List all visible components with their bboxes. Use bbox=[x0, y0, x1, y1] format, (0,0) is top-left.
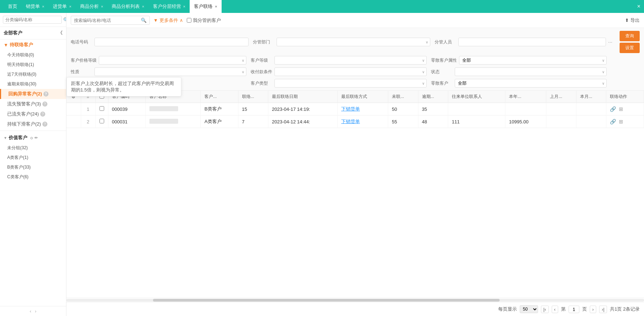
loss-warning-info-icon[interactable]: ? bbox=[42, 102, 47, 107]
main-search-icon[interactable]: 🔍 bbox=[141, 18, 147, 23]
sidebar-bottom: ‹ › bbox=[0, 306, 66, 316]
filter-payment-select[interactable] bbox=[274, 67, 426, 76]
sidebar-item-tomorrow-pending[interactable]: 明天待联络(1) bbox=[0, 60, 66, 70]
th-last-contact-date[interactable]: 最后联络日期 bbox=[268, 91, 337, 103]
sidebar-item-already-lost[interactable]: 已流失客户(24) ? bbox=[0, 109, 66, 119]
my-customers-checkbox[interactable] bbox=[187, 18, 191, 23]
th-customer-category[interactable]: 客户... bbox=[201, 91, 238, 103]
filter-customer-level-select[interactable] bbox=[274, 56, 426, 65]
th-last-month[interactable]: 上月... bbox=[546, 91, 576, 103]
td-name-2 bbox=[146, 115, 201, 128]
filter-price-level-select[interactable] bbox=[99, 56, 246, 65]
th-overdue[interactable]: 逾期... bbox=[418, 91, 448, 103]
page-number-input[interactable] bbox=[569, 306, 579, 313]
sidebar: 🔍 全部客户 《 ▼ 待联络客户 今天待联络(0) 明天待联络(1) 近7天待联… bbox=[0, 13, 66, 316]
sidebar-item-loss-warning[interactable]: 流失预警客户(3) ? bbox=[0, 99, 66, 109]
window-close-button[interactable]: × bbox=[637, 3, 640, 10]
settings-button[interactable]: 设置 bbox=[620, 43, 640, 53]
nav-product-analysis-list-close[interactable]: × bbox=[142, 4, 144, 9]
th-contacts[interactable]: 联络... bbox=[238, 91, 268, 103]
sidebar-item-overdue-contact[interactable]: 逾期未联络(30) bbox=[0, 79, 66, 89]
filter-status-select[interactable] bbox=[455, 67, 607, 76]
sidebar-search-icon[interactable]: 🔍 bbox=[63, 17, 66, 23]
td-this-year-2: 10995.00 bbox=[505, 115, 546, 128]
sidebar-item-class-a[interactable]: A类客户(1) bbox=[0, 153, 66, 162]
filter-department-select[interactable] bbox=[277, 38, 431, 46]
nav-customer-contact-close[interactable]: × bbox=[215, 4, 217, 9]
filter-phone-input[interactable] bbox=[94, 38, 249, 46]
continuous-decline-info-icon[interactable]: ? bbox=[42, 122, 47, 127]
row-1-checkbox[interactable] bbox=[99, 106, 104, 111]
nav-home[interactable]: 首页 bbox=[4, 0, 22, 13]
filter-payment: 收付款条件 ∨ bbox=[251, 67, 426, 76]
sidebar-item-ungrouped[interactable]: 未分组(32) bbox=[0, 143, 66, 153]
sidebar-divider bbox=[0, 131, 66, 131]
contact-method-link-2[interactable]: 下销货单 bbox=[341, 119, 360, 124]
already-lost-info-icon[interactable]: ? bbox=[40, 112, 45, 117]
nav-customer-contact[interactable]: 客户联络 × bbox=[190, 0, 221, 13]
nav-customer-tier[interactable]: 客户分层经营 × bbox=[149, 0, 190, 13]
action-link-icon-2[interactable]: 🔗 bbox=[610, 119, 616, 124]
value-customers-edit-icon[interactable]: ✏ bbox=[34, 136, 38, 140]
export-button[interactable]: ⬆ 导出 bbox=[625, 17, 640, 24]
sidebar-group-value-customers[interactable]: ▼ 价值客户 ○ ✏ bbox=[0, 132, 66, 143]
nav-purchase-order-close[interactable]: × bbox=[69, 4, 71, 9]
td-this-month-2 bbox=[576, 115, 606, 128]
filter-manager-dots[interactable]: ··· bbox=[608, 39, 612, 45]
contact-method-link-1[interactable]: 下销货单 bbox=[341, 106, 360, 112]
sidebar-item-today-pending[interactable]: 今天待联络(0) bbox=[0, 50, 66, 60]
filter-retail-customer-select[interactable]: 全部 bbox=[455, 79, 607, 88]
filter-manager-input[interactable] bbox=[458, 38, 606, 46]
row-2-checkbox[interactable] bbox=[99, 119, 104, 123]
main-search-input[interactable] bbox=[74, 18, 141, 23]
td-last-contact-method-1[interactable]: 下销货单 bbox=[338, 103, 388, 115]
sidebar-prev-icon[interactable]: ‹ bbox=[30, 308, 31, 314]
nav-sales-order-close[interactable]: × bbox=[42, 4, 44, 9]
page-size-select[interactable]: 50 20 100 bbox=[520, 305, 538, 313]
nav-product-analysis-close[interactable]: × bbox=[101, 4, 103, 9]
horizontal-scrollbar[interactable] bbox=[66, 298, 644, 302]
sidebar-next-icon[interactable]: › bbox=[35, 308, 36, 314]
td-code-2[interactable]: 000031 bbox=[108, 115, 146, 128]
th-not-contacted[interactable]: 未联... bbox=[388, 91, 418, 103]
sidebar-item-repurchase-abnormal[interactable]: 回购异常客户(2) ? bbox=[0, 89, 66, 99]
action-link-icon-1[interactable]: 🔗 bbox=[610, 106, 616, 112]
td-last-contact-method-2[interactable]: 下销货单 bbox=[338, 115, 388, 128]
nav-product-analysis-list[interactable]: 商品分析列表 × bbox=[107, 0, 148, 13]
nav-customer-tier-close[interactable]: × bbox=[183, 4, 185, 9]
query-button[interactable]: 查询 bbox=[620, 31, 640, 41]
filter-customer-type-select[interactable] bbox=[274, 79, 426, 88]
td-code-1[interactable]: 000039 bbox=[108, 103, 146, 115]
last-page-button[interactable]: ›| bbox=[599, 306, 607, 313]
nav-sales-order[interactable]: 销货单 × bbox=[22, 0, 48, 13]
action-grid-icon-2[interactable]: ⊞ bbox=[619, 119, 623, 124]
my-customers-filter[interactable]: 我分管的客户 bbox=[187, 17, 221, 24]
first-page-button[interactable]: |‹ bbox=[541, 306, 549, 313]
action-grid-icon-1[interactable]: ⊞ bbox=[619, 106, 623, 112]
th-this-month[interactable]: 本月... bbox=[576, 91, 606, 103]
filter-customer-type-label: 客户类型 bbox=[251, 80, 272, 86]
sidebar-collapse-icon[interactable]: 《 bbox=[58, 30, 62, 36]
th-last-contact-method[interactable]: 最后联络方式 bbox=[338, 91, 388, 103]
my-customers-label: 我分管的客户 bbox=[193, 17, 221, 24]
th-this-year[interactable]: 本年... bbox=[505, 91, 546, 103]
sidebar-section-pending-contact[interactable]: ▼ 待联络客户 bbox=[0, 39, 66, 50]
sidebar-item-continuous-decline[interactable]: 持续下滑客户(2) ? bbox=[0, 119, 66, 129]
table-wrapper[interactable]: ⚙ # 客户编码 客户名称 客户... 联络... 最后联络日期 最后联络方式 … bbox=[66, 91, 644, 298]
sidebar-all-customers-header[interactable]: 全部客户 《 bbox=[0, 27, 66, 39]
sidebar-item-class-b[interactable]: B类客户(33) bbox=[0, 162, 66, 172]
th-company-contacts[interactable]: 往来单位联系人 bbox=[448, 91, 505, 103]
sidebar-search-input[interactable] bbox=[3, 16, 62, 24]
td-check-1[interactable] bbox=[95, 103, 108, 115]
sidebar-item-7day-pending[interactable]: 近7天待联络(0) bbox=[0, 70, 66, 79]
more-conditions-button[interactable]: ▼ 更多条件 ∧ bbox=[153, 17, 183, 24]
filter-nature-select[interactable] bbox=[94, 67, 246, 76]
sidebar-item-class-c[interactable]: C类客户(6) bbox=[0, 172, 66, 182]
filter-retail-attr-select[interactable]: 全部 bbox=[459, 56, 607, 65]
next-page-button[interactable]: › bbox=[590, 306, 596, 313]
prev-page-button[interactable]: ‹ bbox=[552, 306, 558, 313]
nav-product-analysis[interactable]: 商品分析 × bbox=[76, 0, 107, 13]
repurchase-info-icon[interactable]: ? bbox=[43, 91, 48, 96]
td-check-2[interactable] bbox=[95, 115, 108, 128]
nav-purchase-order[interactable]: 进货单 × bbox=[48, 0, 75, 13]
